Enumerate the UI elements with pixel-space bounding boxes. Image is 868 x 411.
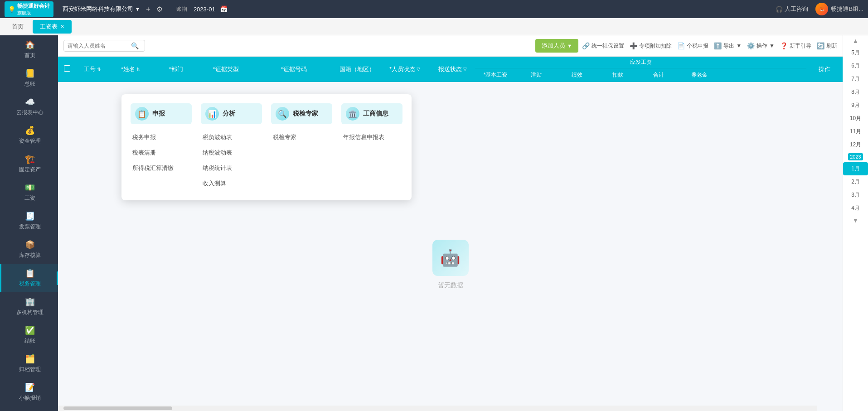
salary-icon: 💵	[25, 183, 35, 193]
menu-tax-payment[interactable]: 纳税波动表	[201, 145, 262, 160]
sidebar-item-tax[interactable]: 📋 税务管理	[0, 264, 58, 292]
sidebar-item-fixed-assets[interactable]: 🏗️ 固定资产	[0, 150, 58, 178]
month-10[interactable]: 10月	[843, 112, 868, 125]
tax-icon: 📋	[25, 268, 35, 278]
sidebar-item-inventory[interactable]: 📦 库存核算	[0, 235, 58, 264]
ai-service-button[interactable]: 🎧 人工咨询	[776, 5, 808, 13]
sidebar-label-salary: 工资	[24, 194, 35, 202]
menu-tax-expert[interactable]: 税检专家	[271, 130, 332, 145]
sidebar-item-xiaochang[interactable]: 📝 小畅报销	[0, 378, 58, 406]
select-all-checkbox[interactable]	[64, 65, 70, 72]
user-name: 畅捷通B组...	[831, 5, 863, 13]
company-selector[interactable]: 西安虾米网络科技有限公司 ▼	[63, 5, 140, 13]
headset-icon: 🎧	[776, 6, 783, 13]
month-4[interactable]: 4月	[843, 202, 868, 215]
sidebar-label-home: 首页	[24, 52, 35, 59]
org-icon: 🏢	[25, 297, 35, 307]
archive-icon: 🗂️	[25, 354, 35, 364]
social-insurance-button[interactable]: 🔗 统一社保设置	[582, 42, 624, 50]
th-allowance: 津贴	[516, 68, 557, 82]
month-12[interactable]: 12月	[843, 138, 868, 151]
app-logo[interactable]: 💡 畅捷通好会计 旗舰版	[5, 1, 53, 17]
refresh-button[interactable]: 🔄 刷新	[817, 42, 837, 50]
new-guide-label: 新手引导	[790, 42, 811, 50]
month-7[interactable]: 7月	[843, 73, 868, 86]
scroll-thumb[interactable]	[63, 406, 172, 410]
menu-tax-table[interactable]: 税表清册	[131, 145, 192, 160]
export-icon: ⬆️	[714, 42, 722, 49]
year-down-button[interactable]: ▼	[851, 215, 861, 226]
add-company-button[interactable]: ＋	[145, 5, 152, 14]
calendar-icon[interactable]: 📅	[220, 5, 228, 13]
month-8[interactable]: 8月	[843, 86, 868, 99]
th-checkbox[interactable]	[58, 65, 76, 73]
month-1[interactable]: 1月	[843, 162, 868, 175]
menu-income-calc[interactable]: 收入测算	[201, 176, 262, 191]
tab-salary[interactable]: 工资表 ✕	[33, 20, 72, 34]
tab-home[interactable]: 首页	[5, 20, 31, 34]
th-status: *人员状态 ▽	[380, 62, 430, 77]
sidebar-item-checkout[interactable]: ✅ 结账	[0, 321, 58, 349]
sidebar-item-fund[interactable]: 💰 资金管理	[0, 121, 58, 150]
search-input[interactable]	[68, 43, 131, 49]
tab-close-icon[interactable]: ✕	[60, 24, 64, 29]
operation-button[interactable]: ⚙️ 操作 ▼	[747, 42, 775, 50]
individual-tax-button[interactable]: 📄 个税申报	[677, 42, 708, 50]
individual-tax-icon: 📄	[677, 42, 685, 49]
sidebar-label-ledger: 总账	[24, 80, 35, 88]
business-header: 🏛️ 工商信息	[341, 103, 402, 124]
month-5[interactable]: 5月	[843, 46, 868, 59]
month-6[interactable]: 6月	[843, 59, 868, 73]
company-dropdown-icon[interactable]: ▼	[135, 6, 140, 12]
company-name: 西安虾米网络科技有限公司	[63, 5, 133, 13]
logo-icon: 💡	[8, 6, 15, 13]
th-name-label: *姓名	[121, 65, 135, 73]
sidebar-item-salary[interactable]: 💵 工资	[0, 178, 58, 207]
menu-tax-declaration[interactable]: 税务申报	[131, 130, 192, 145]
analysis-header: 📊 分析	[201, 103, 262, 124]
menu-tax-burden[interactable]: 税负波动表	[201, 130, 262, 145]
th-num-sort[interactable]: ⇅	[97, 67, 101, 72]
search-wrap: 🔍	[63, 40, 145, 52]
horizontal-scrollbar[interactable]	[58, 406, 817, 411]
menu-annual-report[interactable]: 年报信息申报表	[341, 130, 402, 145]
th-name-sort[interactable]: ⇅	[136, 67, 140, 72]
month-2[interactable]: 2月	[843, 175, 868, 189]
ai-service-label: 人工咨询	[785, 5, 808, 13]
user-menu[interactable]: 🦊 畅捷通B组...	[815, 3, 863, 15]
settings-icon[interactable]: ⚙	[156, 5, 163, 14]
th-num: 工号 ⇅	[76, 62, 108, 77]
th-report-filter[interactable]: ▽	[463, 67, 467, 72]
sidebar-item-cloud-report[interactable]: ☁️ 云报表中心	[0, 92, 58, 121]
th-nation-label: 国籍（地区）	[339, 65, 375, 73]
sidebar-item-ledger[interactable]: 📒 总账	[0, 64, 58, 92]
new-guide-button[interactable]: ❓ 新手引导	[780, 42, 811, 50]
month-11[interactable]: 11月	[843, 125, 868, 138]
menu-income-tax-calc[interactable]: 所得税汇算清缴	[131, 160, 192, 176]
sidebar-item-basic[interactable]: ⚙️ 基础设置	[0, 406, 58, 411]
export-label: 导出	[723, 42, 734, 50]
export-button[interactable]: ⬆️ 导出 ▼	[714, 42, 742, 50]
sidebar-item-archive[interactable]: 🗂️ 归档管理	[0, 349, 58, 378]
sidebar-item-multi-org[interactable]: 🏢 多机构管理	[0, 292, 58, 321]
special-deduction-label: 专项附加扣除	[639, 42, 672, 50]
sidebar-item-home[interactable]: 🏠 首页	[0, 35, 58, 64]
month-3[interactable]: 3月	[843, 189, 868, 202]
dropdown-col-tax-expert: 🔍 税检专家 税检专家	[271, 103, 332, 191]
special-deduction-button[interactable]: ➕ 专项附加扣除	[630, 42, 672, 50]
th-pension: 养老金	[679, 68, 720, 82]
main-layout: 🏠 首页 📒 总账 ☁️ 云报表中心 💰 资金管理 🏗️ 固定资产 💵 工资 🧾…	[0, 35, 868, 411]
th-id-type-label: *证据类型	[213, 65, 238, 73]
menu-tax-stats[interactable]: 纳税统计表	[201, 160, 262, 176]
add-person-label: 添加人员	[542, 42, 565, 50]
year-up-button[interactable]: ▲	[851, 35, 861, 46]
th-status-filter[interactable]: ▽	[417, 67, 420, 72]
add-person-button[interactable]: 添加人员 ▼	[535, 39, 578, 53]
sidebar-item-invoice[interactable]: 🧾 发票管理	[0, 207, 58, 235]
toolbar: 🔍 添加人员 ▼ 🔗 统一社保设置 ➕ 专项附加扣除 📄 个税申报	[58, 35, 843, 57]
month-9[interactable]: 9月	[843, 99, 868, 112]
business-label: 工商信息	[363, 110, 388, 118]
th-status-label: *人员状态	[389, 65, 415, 73]
home-icon: 🏠	[25, 40, 35, 50]
analysis-label: 分析	[223, 110, 235, 118]
